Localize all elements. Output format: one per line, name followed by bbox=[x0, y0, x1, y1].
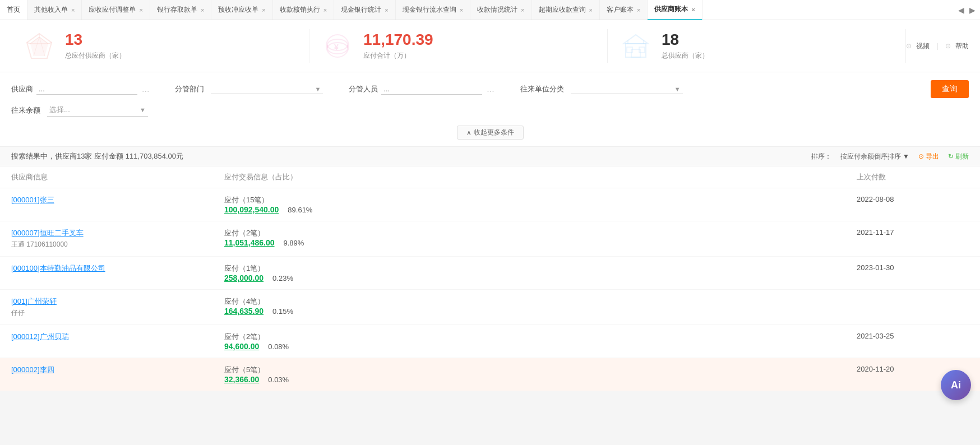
nav-left-arrow[interactable]: ◀ bbox=[955, 0, 967, 20]
export-button[interactable]: ⊙ 导出 bbox=[918, 152, 939, 161]
refresh-button[interactable]: ↻ 刷新 bbox=[948, 152, 969, 161]
table-row: [000007]恒旺二手叉车 王通 17106110000 应付（2笔） 11,… bbox=[0, 221, 980, 257]
card3-value: 18 bbox=[662, 31, 709, 49]
summary-bar: 13 总应付供应商（家） ¥ 11,170.39 应付合计（万） bbox=[0, 20, 980, 72]
svg-marker-17 bbox=[623, 35, 648, 44]
transaction-info-1: 应付（15笔） 100,092,540.00 89.61% bbox=[224, 195, 857, 214]
category-filter-label: 往来单位分类 bbox=[520, 84, 564, 94]
tab-other-income-close[interactable]: × bbox=[71, 7, 75, 13]
transaction-info-5: 应付（2笔） 94,600.00 0.08% bbox=[224, 332, 857, 351]
collapse-button[interactable]: ∧ 收起更多条件 bbox=[457, 126, 524, 140]
supplier-dots-icon[interactable]: ... bbox=[142, 84, 149, 94]
transaction-amount-1[interactable]: 100,092,540.00 bbox=[224, 205, 279, 214]
supplier-filter-input[interactable] bbox=[36, 84, 137, 95]
sort-select[interactable]: 按应付余额倒序排序 ▼ bbox=[840, 152, 909, 161]
person-filter-input[interactable] bbox=[381, 84, 482, 95]
tab-supplier-account-label: 供应商账本 bbox=[654, 4, 688, 14]
tab-overdue-query[interactable]: 超期应收款查询 × bbox=[532, 0, 600, 20]
transaction-info-2: 应付（2笔） 11,051,486.00 9.89% bbox=[224, 228, 857, 247]
transaction-info-6: 应付（5笔） 32,366.00 0.03% bbox=[224, 365, 857, 384]
tab-customer-account-label: 客户账本 bbox=[607, 5, 634, 15]
data-table: 供应商信息 应付交易信息（占比） 上次付数 [000001]张三 应付（15笔）… bbox=[0, 166, 980, 391]
person-filter-label: 分管人员 bbox=[349, 84, 378, 94]
tab-cash-bank-flow[interactable]: 现金银行流水查询 × bbox=[396, 0, 470, 20]
tab-overdue-query-label: 超期应收款查询 bbox=[539, 5, 586, 15]
collapse-chevron-icon: ∧ bbox=[466, 129, 471, 137]
tab-advance-payment[interactable]: 预收冲应收单 × bbox=[211, 0, 272, 20]
circle-icon2: ⊙ bbox=[945, 42, 951, 50]
refresh-label: 刷新 bbox=[955, 152, 969, 161]
person-dots-icon[interactable]: ... bbox=[487, 84, 494, 94]
last-pay-date-1: 2022-08-08 bbox=[857, 195, 894, 203]
tab-ap-adjustment[interactable]: 应收应付调整单 × bbox=[82, 0, 150, 20]
refresh-icon: ↻ bbox=[948, 152, 954, 160]
tab-advance-payment-close[interactable]: × bbox=[262, 7, 265, 13]
nav-right-arrow[interactable]: ▶ bbox=[967, 0, 978, 20]
supplier-info-5: [000012]广州贝瑞 bbox=[11, 332, 224, 342]
tab-other-income[interactable]: 其他收入单 × bbox=[27, 0, 82, 20]
balance-select-text: 选择... bbox=[49, 105, 140, 115]
supplier-link-6[interactable]: [000002]李四 bbox=[11, 365, 54, 374]
dept-filter-select[interactable]: ▼ bbox=[211, 85, 323, 94]
tab-overdue-query-close[interactable]: × bbox=[589, 7, 593, 13]
query-button[interactable]: 查询 bbox=[931, 80, 969, 98]
circle-icon: ⊙ bbox=[906, 42, 912, 50]
supplier-link-5[interactable]: [000012]广州贝瑞 bbox=[11, 332, 69, 341]
sort-value: 按应付余额倒序排序 bbox=[840, 152, 901, 161]
filter-person: 分管人员 ... bbox=[349, 84, 494, 95]
transaction-amounts-4: 164,635.90 0.15% bbox=[224, 307, 857, 316]
supplier-info-1: [000001]张三 bbox=[11, 195, 224, 205]
diamond-icon bbox=[22, 29, 56, 63]
transaction-amount-5[interactable]: 94,600.00 bbox=[224, 342, 259, 351]
balance-filter-select[interactable]: 选择... ▼ bbox=[47, 104, 148, 117]
last-pay-date-2: 2021-11-17 bbox=[857, 228, 894, 237]
tab-advance-payment-label: 预收冲应收单 bbox=[218, 5, 258, 15]
supplier-link-2[interactable]: [000007]恒旺二手叉车 bbox=[11, 229, 84, 237]
collapse-label: 收起更多条件 bbox=[474, 128, 514, 137]
tab-cash-bank-flow-close[interactable]: × bbox=[460, 7, 463, 13]
supplier-info-6: [000002]李四 bbox=[11, 365, 224, 375]
summary-card-suppliers: 13 总应付供应商（家） bbox=[11, 29, 309, 63]
tab-bank-deposit[interactable]: 银行存取款单 × bbox=[150, 0, 211, 20]
tab-receipt-verify[interactable]: 收款核销执行 × bbox=[273, 0, 334, 20]
transaction-amounts-6: 32,366.00 0.03% bbox=[224, 375, 857, 384]
card2-value: 11,170.39 bbox=[363, 31, 433, 49]
tab-receipt-stat[interactable]: 收款情况统计 × bbox=[470, 0, 531, 20]
supplier-link-3[interactable]: [000100]本特勤油品有限公司 bbox=[11, 264, 105, 272]
transaction-label-1: 应付（15笔） bbox=[224, 195, 857, 205]
balance-dropdown-icon: ▼ bbox=[140, 106, 146, 113]
svg-text:¥: ¥ bbox=[334, 43, 339, 52]
supplier-info-3: [000100]本特勤油品有限公司 bbox=[11, 263, 224, 274]
tab-supplier-account[interactable]: 供应商账本 × bbox=[648, 0, 702, 20]
tab-ap-adjustment-close[interactable]: × bbox=[139, 7, 142, 13]
transaction-amount-3[interactable]: 258,000.00 bbox=[224, 274, 264, 282]
category-dropdown-icon: ▼ bbox=[674, 86, 681, 92]
supplier-link-4[interactable]: [001]广州荣轩 bbox=[11, 297, 57, 305]
help-link[interactable]: 帮助 bbox=[955, 41, 969, 51]
nav-arrows: ◀ ▶ bbox=[953, 0, 980, 20]
results-bar: 搜索结果中，供应商13家 应付金额 111,703,854.00元 排序： 按应… bbox=[0, 147, 980, 166]
tab-ap-adjustment-label: 应收应付调整单 bbox=[89, 5, 136, 15]
tab-cash-bank-stat[interactable]: 现金银行统计 × bbox=[334, 0, 395, 20]
tab-supplier-account-close[interactable]: × bbox=[691, 6, 695, 13]
video-link[interactable]: 视频 bbox=[916, 41, 930, 51]
table-row: [000001]张三 应付（15笔） 100,092,540.00 89.61%… bbox=[0, 188, 980, 221]
transaction-amount-6[interactable]: 32,366.00 bbox=[224, 375, 259, 384]
last-pay-date-3: 2023-01-30 bbox=[857, 263, 894, 272]
tab-receipt-verify-close[interactable]: × bbox=[323, 7, 327, 13]
tab-cash-bank-stat-close[interactable]: × bbox=[385, 7, 388, 13]
card1-value: 13 bbox=[65, 31, 126, 49]
category-filter-select[interactable]: ▼ bbox=[571, 85, 683, 94]
filter-category: 往来单位分类 ▼ bbox=[520, 84, 683, 94]
tab-receipt-stat-close[interactable]: × bbox=[521, 7, 524, 13]
transaction-amount-4[interactable]: 164,635.90 bbox=[224, 307, 264, 316]
col-header-last-pay: 上次付数 bbox=[857, 172, 969, 182]
tab-home[interactable]: 首页 bbox=[0, 0, 27, 20]
transaction-amount-2[interactable]: 11,051,486.00 bbox=[224, 238, 275, 247]
supplier-link-1[interactable]: [000001]张三 bbox=[11, 196, 54, 204]
transaction-info-3: 应付（1笔） 258,000.00 0.23% bbox=[224, 263, 857, 282]
tab-customer-account-close[interactable]: × bbox=[637, 7, 640, 13]
filter-balance: 往来余额 选择... ▼ bbox=[11, 104, 148, 117]
tab-customer-account[interactable]: 客户账本 × bbox=[600, 0, 648, 20]
tab-bank-deposit-close[interactable]: × bbox=[201, 7, 204, 13]
